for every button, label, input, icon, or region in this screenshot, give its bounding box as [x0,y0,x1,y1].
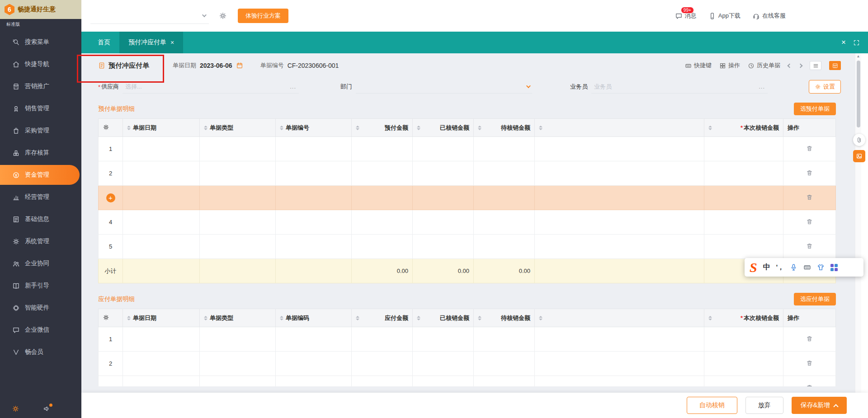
sort-icon[interactable] [417,126,420,130]
history-docs-button[interactable]: 历史单据 [748,61,780,70]
column-header[interactable]: 预付金额 [352,119,413,137]
skin-icon[interactable] [817,263,825,271]
grid-cell[interactable] [535,210,704,235]
sort-icon[interactable] [127,316,131,320]
select-prepay-docs-button[interactable]: 选预付单据 [794,103,836,115]
grid-cell[interactable] [123,137,200,161]
sidebar-item-operation[interactable]: 经营管理 [0,187,81,207]
grid-cell[interactable] [535,376,704,387]
save-and-new-button[interactable]: 保存&新增 [792,397,847,414]
grid-cell[interactable] [352,376,413,387]
grid-cell[interactable] [474,352,535,376]
delete-row-button[interactable] [806,335,813,342]
more-options-icon[interactable]: ... [290,83,296,90]
department-select[interactable] [356,80,532,94]
grid-cell[interactable] [474,161,535,186]
more-options-icon[interactable]: ... [759,83,765,90]
list-view-toggle[interactable] [810,61,821,70]
sidebar-item-guide[interactable]: 新手引导 [0,276,81,296]
grid-cell[interactable] [413,376,474,387]
grid-cell[interactable] [276,186,352,210]
grid-cell[interactable] [123,376,200,387]
industry-solution-button[interactable]: 体验行业方案 [238,9,288,23]
sort-icon[interactable] [478,316,481,320]
sort-icon[interactable] [708,126,712,130]
grid-cell[interactable] [200,210,276,235]
grid-cell[interactable] [474,186,535,210]
grid-cell[interactable] [704,352,783,376]
scrollbar-thumb[interactable] [857,61,860,127]
sort-icon[interactable] [478,126,481,130]
chevron-down-icon[interactable] [526,84,531,88]
date-value[interactable]: 2023-06-06 [200,62,232,69]
delete-row-button[interactable] [806,384,813,387]
column-header[interactable]: 单据编码 [276,309,352,327]
add-row-button[interactable]: + [106,193,115,202]
grid-cell[interactable] [200,186,276,210]
sound-button[interactable] [43,405,51,413]
microphone-icon[interactable] [790,263,797,271]
grid-cell[interactable] [200,352,276,376]
grid-cell[interactable] [123,161,200,186]
operations-button[interactable]: 操作 [719,61,740,70]
shortcut-keys-button[interactable]: 快捷键 [685,61,712,70]
column-header[interactable]: 单据类型 [200,119,276,137]
grid-cell[interactable] [413,327,474,352]
delete-row-button[interactable] [806,243,813,249]
grid-cell[interactable] [413,137,474,161]
grid-cell[interactable] [352,352,413,376]
grid-cell[interactable] [352,210,413,235]
delete-row-button[interactable] [806,360,813,366]
sidebar-item-system[interactable]: 系统管理 [0,231,81,251]
grid-cell[interactable] [276,327,352,352]
vertical-scrollbar[interactable]: ▲ ▼ [855,53,861,418]
tab-prepay-writeoff[interactable]: 预付冲应付单 × [119,32,183,53]
sidebar-item-marketing[interactable]: 营销推广 [0,76,81,96]
grid-cell[interactable] [276,235,352,259]
sort-icon[interactable] [127,126,131,130]
sort-icon[interactable] [356,126,359,130]
column-settings-header[interactable] [99,119,123,137]
grid-cell[interactable] [413,186,474,210]
grid-cell[interactable] [276,137,352,161]
grid-cell[interactable] [200,161,276,186]
sort-icon[interactable] [708,316,712,320]
delete-row-button[interactable] [806,194,813,201]
grid-cell[interactable] [200,327,276,352]
ime-menu-icon[interactable] [830,264,838,271]
delete-row-button[interactable] [806,218,813,225]
sidebar-item-purchase[interactable]: 采购管理 [0,121,81,141]
grid-cell[interactable] [352,327,413,352]
grid-cell[interactable] [474,376,535,387]
close-all-tabs-icon[interactable]: × [841,38,846,47]
sort-icon[interactable] [280,316,283,320]
grid-cell[interactable] [276,352,352,376]
auto-settle-button[interactable]: 自动核销 [687,397,737,414]
grid-cell[interactable] [474,235,535,259]
sort-icon[interactable] [280,126,283,130]
column-header[interactable]: 已核销金额 [413,119,474,137]
settings-gear-icon[interactable] [12,405,19,413]
grid-view-toggle[interactable] [829,61,841,70]
grid-cell[interactable] [704,137,783,161]
grid-cell[interactable] [535,186,704,210]
grid-cell[interactable] [352,186,413,210]
grid-cell[interactable] [276,376,352,387]
sort-icon[interactable] [539,126,542,130]
column-header[interactable]: 单据编号 [276,119,352,137]
grid-cell[interactable] [200,137,276,161]
grid-cell[interactable] [200,376,276,387]
grid-cell[interactable] [704,376,783,387]
settings-button[interactable]: 设置 [809,80,841,94]
grid-cell[interactable] [704,235,783,259]
supplier-input[interactable]: 选择... ... [123,80,299,94]
grid-cell[interactable] [535,161,704,186]
calendar-icon[interactable] [236,62,243,69]
column-settings-header[interactable] [99,309,123,327]
column-header[interactable]: 待核销金额 [474,119,535,137]
grid-cell[interactable] [123,235,200,259]
column-header[interactable]: 已核销金额 [413,309,474,327]
grid-cell[interactable] [352,235,413,259]
sidebar-item-basic[interactable]: 基础信息 [0,209,81,229]
sort-icon[interactable] [204,316,208,320]
